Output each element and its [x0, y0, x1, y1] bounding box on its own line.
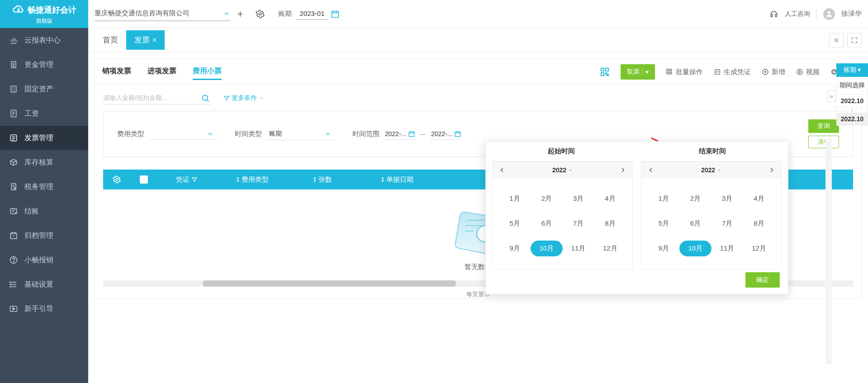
- close-icon[interactable]: ×: [152, 36, 157, 44]
- sidebar-item[interactable]: 发票管理: [0, 126, 88, 150]
- sidebar-item[interactable]: 固定资产: [0, 77, 88, 101]
- fullscreen-button[interactable]: [847, 33, 862, 47]
- search-icon[interactable]: [201, 94, 210, 103]
- th-count[interactable]: ▲▼ 张数: [289, 175, 356, 184]
- svg-rect-16: [601, 68, 604, 71]
- svg-rect-19: [667, 69, 669, 71]
- calendar-icon[interactable]: [331, 9, 340, 19]
- sidebar-item[interactable]: 资金管理: [0, 52, 88, 77]
- consult-label[interactable]: 人工咨询: [785, 10, 810, 18]
- month-cell[interactable]: 2月: [531, 191, 562, 207]
- period-end-value[interactable]: 2022.10: [836, 113, 868, 126]
- sidebar: 畅捷通好会计 旗舰版 云报表中心资金管理固定资产工资发票管理库存核算税务管理结账…: [0, 0, 88, 383]
- month-cell[interactable]: 9月: [648, 241, 679, 256]
- month-cell[interactable]: 8月: [594, 216, 626, 232]
- period-start-value[interactable]: 2022.10: [836, 95, 868, 108]
- sidebar-item[interactable]: 税务管理: [0, 175, 88, 199]
- month-cell[interactable]: 3月: [711, 191, 743, 207]
- svg-point-8: [13, 262, 14, 262]
- sidebar-item[interactable]: 结账: [0, 199, 88, 223]
- month-cell[interactable]: 11月: [563, 241, 594, 256]
- tab[interactable]: 发票×: [126, 30, 165, 50]
- subtab[interactable]: 销项发票: [102, 64, 131, 80]
- scrollbar-thumb[interactable]: [203, 280, 456, 287]
- month-cell[interactable]: 7月: [711, 216, 743, 232]
- range-end-input[interactable]: 2022-...: [430, 128, 461, 140]
- month-cell[interactable]: 1月: [648, 191, 679, 207]
- sidebar-item[interactable]: 新手引导: [0, 297, 88, 321]
- tab[interactable]: 首页: [95, 30, 126, 50]
- month-cell[interactable]: 5月: [648, 216, 679, 232]
- month-cell[interactable]: 6月: [679, 216, 711, 232]
- month-cell[interactable]: 7月: [563, 216, 594, 232]
- plus-icon[interactable]: [236, 9, 245, 19]
- sidebar-item-label: 归档管理: [24, 231, 53, 241]
- subtab[interactable]: 费用小票: [193, 64, 222, 80]
- year-select-end[interactable]: 2022: [701, 166, 721, 174]
- chevron-down-icon: [223, 10, 230, 17]
- prev-year-button[interactable]: [648, 167, 654, 173]
- time-type-select[interactable]: 账期: [266, 128, 334, 140]
- month-cell[interactable]: 2月: [679, 191, 711, 207]
- month-cell[interactable]: 12月: [594, 241, 626, 256]
- month-cell[interactable]: 10月: [679, 241, 711, 256]
- close-all-button[interactable]: [829, 33, 844, 47]
- month-cell[interactable]: 1月: [499, 191, 531, 207]
- th-date[interactable]: ▲▼ 单据日期: [356, 175, 438, 184]
- clear-button[interactable]: 清空: [808, 136, 839, 148]
- svg-rect-14: [332, 11, 339, 17]
- next-year-button[interactable]: [620, 167, 626, 173]
- sidebar-item[interactable]: 小畅报销: [0, 248, 88, 272]
- sidebar-item[interactable]: 基础设置: [0, 272, 88, 297]
- vertical-scrollbar[interactable]: [825, 138, 832, 364]
- month-cell[interactable]: 11月: [711, 241, 743, 256]
- avatar[interactable]: [823, 8, 835, 20]
- chevron-down-icon: [717, 168, 721, 172]
- month-cell[interactable]: 12月: [743, 241, 775, 256]
- chevron-up-icon: [259, 95, 264, 101]
- prev-year-button[interactable]: [499, 167, 505, 173]
- sidebar-item[interactable]: 库存核算: [0, 150, 88, 175]
- th-voucher[interactable]: 凭证: [157, 175, 216, 184]
- svg-point-29: [116, 179, 118, 181]
- month-cell[interactable]: 5月: [499, 216, 531, 232]
- company-select[interactable]: 重庆畅捷交通信息咨询有限公司: [95, 6, 230, 21]
- gen-voucher-button[interactable]: 生成凭证: [714, 68, 751, 76]
- sidebar-item[interactable]: 云报表中心: [0, 28, 88, 52]
- year-select-start[interactable]: 2022: [552, 166, 573, 174]
- subtab[interactable]: 进项发票: [147, 64, 176, 80]
- gear-icon[interactable]: [256, 9, 265, 19]
- month-cell[interactable]: 4月: [743, 191, 775, 207]
- period-panel-button[interactable]: 账期 ▾: [836, 63, 868, 77]
- fetch-button[interactable]: 取票 ▾: [621, 64, 655, 80]
- confirm-button[interactable]: 确定: [745, 272, 780, 288]
- expand-handle[interactable]: »: [827, 90, 835, 102]
- th-checkbox[interactable]: [130, 175, 157, 184]
- add-button[interactable]: 新增: [762, 68, 785, 76]
- more-filter-toggle[interactable]: 更多条件: [223, 94, 264, 102]
- expense-type-select[interactable]: [149, 128, 217, 140]
- th-type[interactable]: ▲▼ 费用类型: [216, 175, 289, 184]
- month-cell[interactable]: 9月: [499, 241, 531, 256]
- search-input[interactable]: [103, 91, 212, 104]
- query-button[interactable]: 查询: [808, 119, 839, 133]
- video-button[interactable]: 视频: [796, 68, 820, 76]
- tabs-row: 首页发票×: [88, 28, 868, 52]
- batch-button[interactable]: 批量操作: [666, 68, 703, 76]
- sidebar-item[interactable]: 归档管理: [0, 223, 88, 248]
- month-cell[interactable]: 10月: [531, 241, 562, 256]
- headset-icon[interactable]: [769, 9, 778, 19]
- username[interactable]: 徐泽华: [841, 9, 862, 18]
- sidebar-item[interactable]: 工资: [0, 101, 88, 126]
- range-start-input[interactable]: 2022-...: [384, 128, 415, 140]
- th-settings[interactable]: [103, 175, 130, 184]
- month-cell[interactable]: 6月: [531, 216, 562, 232]
- month-cell[interactable]: 3月: [563, 191, 594, 207]
- invoice-icon: [9, 133, 18, 142]
- period-value[interactable]: 2023-01: [296, 8, 328, 20]
- next-year-button[interactable]: [768, 167, 775, 173]
- range-separator: —: [419, 130, 426, 137]
- month-cell[interactable]: 4月: [594, 191, 626, 207]
- qrcode-icon[interactable]: [600, 67, 610, 77]
- month-cell[interactable]: 8月: [743, 216, 775, 232]
